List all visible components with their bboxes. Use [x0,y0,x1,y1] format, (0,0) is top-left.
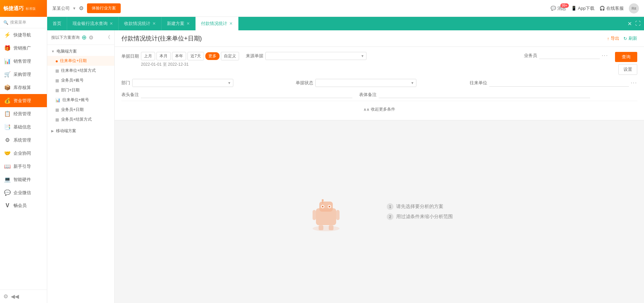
svg-rect-9 [313,210,316,220]
salesperson-filter: 业务员 ··· [524,52,608,59]
date-btn-this-year[interactable]: 本年 [172,52,186,60]
date-btn-7days[interactable]: 近7天 [187,52,204,60]
online-service-btn[interactable]: 🎧 在线客服 [599,5,624,11]
counterparty-input[interactable] [489,80,628,87]
date-btn-custom[interactable]: 自定义 [221,52,239,60]
sidebar-header: 畅捷通巧 标准版 [0,0,47,17]
date-btn-more[interactable]: 更多 [205,52,219,60]
panel-collapse-icon[interactable]: 《 [106,34,110,40]
schema-settings-icon[interactable]: ⚙ [89,34,93,41]
schema-item-counterparty-account[interactable]: 📊 往来单位+账号 [47,95,114,105]
tab-new-plan-close-icon[interactable]: ✕ [186,21,190,26]
schema-item-salesperson-account[interactable]: ▦ 业务员+账号 [47,75,114,85]
date-label: 单据日期 [121,52,139,59]
trial-btn[interactable]: 体验行业方案 [87,3,121,13]
salesperson-input[interactable] [539,52,600,59]
marketing-icon: 🎁 [4,45,11,51]
sidebar-item-operation[interactable]: 📋 经营管理 [0,107,47,120]
date-btn-last-month[interactable]: 上月 [141,52,155,60]
sidebar-item-capital[interactable]: 💰 资金管理 [0,94,47,107]
tab-new-plan[interactable]: 新建方案 ✕ [162,17,196,30]
counterparty-more-icon[interactable]: ··· [631,80,637,86]
schema-item-salesperson-settle[interactable]: ▦ 业务员+结算方式 [47,115,114,124]
tab-bank-flow[interactable]: 现金银行流水查询 ✕ [67,17,119,30]
salesperson-more-icon[interactable]: ··· [602,53,608,59]
desktop-group-header[interactable]: ▼ 电脑端方案 [47,47,114,56]
sidebar-item-quick-nav[interactable]: ⚡ 快捷导航 [0,28,47,41]
date-btn-this-month[interactable]: 本月 [156,52,171,60]
dept-select[interactable]: ▾ [132,79,233,87]
sidebar-item-guide[interactable]: 📖 新手引导 [0,160,47,173]
step-1-num: 1 [387,203,393,210]
sidebar-item-hardware[interactable]: 💻 智能硬件 [0,173,47,186]
empty-state-text: 1 请先选择要分析的方案 2 用过滤条件来缩小分析范围 [387,203,453,220]
mobile-group-header[interactable]: ▶ 移动端方案 [47,126,114,135]
collapse-conditions-row: ∧∧ 收起更多条件 [121,101,637,115]
message-btn[interactable]: 💬 消息 99+ [551,5,566,11]
query-btn[interactable]: 查询 [615,52,637,62]
settings-btn[interactable]: 设置 [618,64,637,75]
schema-item-dept-date[interactable]: ▦ 部门+日期 [47,85,114,95]
quick-nav-icon: ⚡ [4,32,11,38]
dept-label: 部门 [121,80,130,86]
schema-item-salesperson-date[interactable]: ▦ 业务员+日期 [47,105,114,115]
header-note-input[interactable] [141,91,352,98]
sidebar-item-marketing[interactable]: 🎁 营销推广 [0,41,47,55]
empty-state-container: 1 请先选择要分析的方案 2 用过滤条件来缩小分析范围 [306,191,453,232]
sidebar-item-system[interactable]: ⚙ 系统管理 [0,133,47,147]
collapse-sidebar-icon[interactable]: ◀◀ [11,293,19,300]
sidebar-item-sales[interactable]: 📊 销售管理 [0,55,47,68]
vip-icon: V [4,203,11,209]
add-schema-icon[interactable]: ⊕ [82,34,87,41]
service-label: 在线客服 [606,5,624,11]
tab-bank-flow-close-icon[interactable]: ✕ [110,21,113,26]
sidebar-item-wechat[interactable]: 💬 企业微信 [0,186,47,199]
source-bill-filter: 来源单据 ▾ [246,52,517,60]
tab-home[interactable]: 首页 [47,17,67,30]
schema-item-counterparty-settle[interactable]: ▦ 往来单位+结算方式 [47,66,114,75]
tab-collection-stats[interactable]: 收款情况统计 ✕ [119,17,162,30]
expand-icon[interactable]: ⛶ [635,21,641,27]
sidebar-item-label: 基础信息 [13,124,31,130]
filter-action-btns: 查询 设置 [615,52,637,75]
settings-icon[interactable]: ⚙ [3,293,8,300]
tab-home-label: 首页 [53,21,61,27]
topbar-settings-icon[interactable]: ⚙ [79,5,84,11]
tab-payment-stats-close-icon[interactable]: ✕ [229,21,233,26]
dropdown-arrow-icon[interactable]: ▾ [73,6,76,11]
sidebar-item-purchase[interactable]: 🛒 采购管理 [0,68,47,81]
bill-status-select[interactable]: ▾ [315,79,416,87]
source-bill-select[interactable]: ▾ [265,52,367,60]
schema-panel: 按以下方案查询 ⊕ ⚙ 《 ▼ 电脑端方案 ● 往来单位+日期 ▦ 往来单位+结… [47,30,115,303]
sidebar-item-basic[interactable]: 📑 基础信息 [0,120,47,133]
collapse-conditions-btn[interactable]: ∧∧ 收起更多条件 [121,104,637,115]
svg-point-0 [313,226,340,231]
source-bill-arrow-icon: ▾ [361,54,363,58]
schema-icon: ▦ [55,68,59,73]
sidebar-item-inventory[interactable]: 📦 库存核算 [0,81,47,94]
refresh-btn[interactable]: ↻ 刷新 [623,35,637,41]
step-1-text: 请先选择要分析的方案 [396,204,443,210]
sidebar-search[interactable]: 🔍 搜索菜单 [0,17,47,28]
schema-item-counterparty-date[interactable]: ● 往来单位+日期 [47,56,114,66]
sidebar-item-enterprise[interactable]: 🤝 企业协同 [0,147,47,160]
system-icon: ⚙ [4,137,11,143]
empty-step-1: 1 请先选择要分析的方案 [387,203,443,210]
dept-filter: 部门 ▾ [121,79,289,87]
tab-payment-stats[interactable]: 付款情况统计 ✕ [196,17,238,30]
user-avatar[interactable]: Rit [629,3,639,13]
purchase-icon: 🛒 [4,71,11,78]
svg-point-8 [322,199,324,201]
sidebar-item-label: 企业微信 [13,190,31,196]
sidebar-item-label: 经营管理 [13,111,31,117]
export-btn[interactable]: ↑ 导出 [607,35,620,41]
close-all-tabs-icon[interactable]: ✕ [627,21,632,27]
message-icon: 💬 [551,6,556,11]
tab-collection-stats-close-icon[interactable]: ✕ [152,21,156,26]
sidebar-item-vip[interactable]: V 畅会员 [0,199,47,212]
app-download-btn[interactable]: 📱 App下载 [571,5,594,11]
collapse-label: 收起更多条件 [371,107,395,112]
service-icon: 🎧 [599,6,605,11]
schema-item-label: 往来单位+账号 [62,97,89,103]
body-note-input[interactable] [379,91,590,98]
